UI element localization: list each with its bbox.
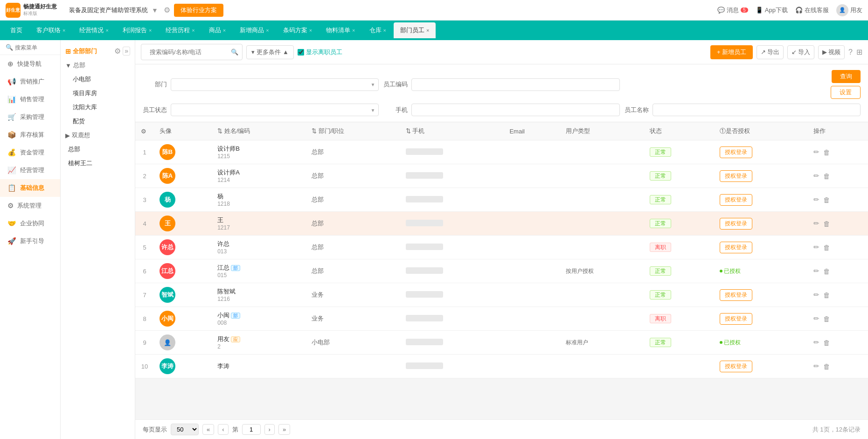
nav-add-goods[interactable]: 新增商品 × (233, 22, 275, 38)
delete-icon[interactable]: 🗑 (823, 148, 830, 156)
first-page-button[interactable]: « (202, 424, 214, 435)
nav-dept-staff[interactable]: 部门员工 × (394, 22, 436, 38)
th-name[interactable]: ⇅ 姓名/编码 (212, 122, 306, 140)
dept-collapse-btn[interactable]: » (123, 47, 130, 56)
settings-icon[interactable]: ⚙ (164, 6, 170, 14)
edit-icon[interactable]: ✏ (813, 172, 819, 180)
nav-customer-close[interactable]: × (62, 28, 65, 33)
nav-dept-staff-close[interactable]: × (426, 28, 429, 33)
empstatus-select[interactable] (171, 104, 379, 116)
import-button[interactable]: ↙ 导入 (787, 45, 814, 59)
auth-login-button[interactable]: 授权登录 (720, 361, 752, 372)
sidebar-item-finance[interactable]: 💰 资金管理 (0, 144, 60, 161)
nav-warehouse-close[interactable]: × (383, 28, 386, 33)
nav-barcode[interactable]: 条码方案 × (277, 22, 319, 38)
cell-auth[interactable]: 授权登录 (714, 283, 808, 307)
dept-item-zhishu[interactable]: 植树王二 (61, 156, 135, 170)
nav-history-close[interactable]: × (192, 28, 194, 33)
nav-bom-close[interactable]: × (352, 28, 355, 33)
more-filters-button[interactable]: ▾ 更多条件 ▲ (246, 45, 294, 59)
message-button[interactable]: 💬 消息 5 (717, 6, 748, 14)
edit-icon[interactable]: ✏ (813, 148, 819, 156)
per-page-select[interactable]: 50 100 (171, 424, 199, 435)
dept-item-xiangmu[interactable]: 项目库房 (61, 86, 135, 100)
phone-input[interactable] (411, 104, 619, 116)
nav-warehouse[interactable]: 仓库 × (363, 22, 393, 38)
nav-operation-close[interactable]: × (105, 28, 108, 33)
edit-icon[interactable]: ✏ (813, 219, 819, 228)
cell-auth[interactable]: 授权登录 (714, 188, 808, 212)
nav-barcode-close[interactable]: × (309, 28, 312, 33)
sidebar-item-guide[interactable]: 🚀 新手引导 (0, 232, 60, 250)
nav-goods[interactable]: 商品 × (202, 22, 232, 38)
delete-icon[interactable]: 🗑 (823, 315, 830, 323)
sidebar-item-purchase[interactable]: 🛒 采购管理 (0, 108, 60, 126)
delete-icon[interactable]: 🗑 (823, 220, 830, 228)
table-settings-icon[interactable]: ⊞ (856, 48, 862, 56)
delete-icon[interactable]: 🗑 (823, 339, 830, 347)
sidebar-item-marketing[interactable]: 📢 营销推广 (0, 73, 60, 91)
search-icon-btn[interactable]: 🔍 (231, 49, 238, 56)
cell-auth[interactable]: 授权登录 (714, 164, 808, 188)
page-input[interactable] (242, 424, 261, 435)
all-dept-label[interactable]: ⊞ 全部部门 (65, 47, 97, 56)
dept-item-zongbu2[interactable]: 总部 (61, 142, 135, 156)
dept-settings-icon[interactable]: ⚙ (114, 47, 121, 56)
prev-page-button[interactable]: ‹ (218, 424, 228, 435)
dept-group-shuanglu[interactable]: ▶ 双鹿想 (61, 128, 135, 142)
nav-goods-close[interactable]: × (223, 28, 226, 33)
th-settings[interactable]: ⚙ (135, 122, 154, 140)
sidebar-item-quicknav[interactable]: ⊕ 快捷导航 (0, 55, 60, 73)
nav-operation[interactable]: 经营情况 × (73, 22, 115, 38)
sidebar-item-sysmanage[interactable]: ⚙ 系统管理 (0, 197, 60, 215)
th-dept[interactable]: ⇅ 部门/职位 (306, 122, 400, 140)
nav-profit[interactable]: 利润报告 × (116, 22, 158, 38)
cell-auth[interactable]: 授权登录 (714, 140, 808, 164)
auth-login-button[interactable]: 授权登录 (720, 170, 752, 182)
app-download-button[interactable]: 📱 App下载 (756, 6, 788, 14)
sidebar-item-sales[interactable]: 📊 销售管理 (0, 91, 60, 108)
show-resigned-checkbox[interactable] (298, 49, 304, 56)
view-button[interactable]: ▶ 视频 (818, 45, 845, 59)
cell-auth[interactable]: 授权登录 (714, 212, 808, 236)
nav-home[interactable]: 首页 (4, 22, 29, 38)
dept-select[interactable] (171, 78, 379, 91)
nav-bom[interactable]: 物料清单 × (319, 22, 361, 38)
query-button[interactable]: 查询 (832, 70, 861, 83)
dept-item-peihuo[interactable]: 配货 (61, 114, 135, 128)
delete-icon[interactable]: 🗑 (823, 267, 830, 275)
cell-auth[interactable]: 授权登录 (714, 236, 808, 259)
nav-add-goods-close[interactable]: × (266, 28, 269, 33)
edit-icon[interactable]: ✏ (813, 314, 819, 323)
auth-login-button[interactable]: 授权登录 (720, 218, 752, 230)
cell-auth[interactable]: 授权登录 (714, 355, 808, 378)
edit-icon[interactable]: ✏ (813, 338, 819, 347)
dept-item-xiaodian[interactable]: 小电部 (61, 72, 135, 86)
dept-group-zongbu[interactable]: ▼ 总部 (61, 58, 135, 72)
export-button[interactable]: ↗ 导出 (757, 45, 784, 59)
cell-auth[interactable]: 已授权 (714, 331, 808, 355)
auth-login-button[interactable]: 授权登录 (720, 313, 752, 325)
cell-auth[interactable]: 授权登录 (714, 307, 808, 331)
empcode-input[interactable] (411, 78, 619, 91)
dept-item-shenyang[interactable]: 沈阳大库 (61, 100, 135, 114)
edit-icon[interactable]: ✏ (813, 267, 819, 275)
auth-login-button[interactable]: 授权登录 (720, 289, 752, 301)
nav-profit-close[interactable]: × (149, 28, 152, 33)
add-employee-button[interactable]: + 新增员工 (710, 45, 753, 59)
delete-icon[interactable]: 🗑 (823, 362, 830, 370)
next-page-button[interactable]: › (264, 424, 275, 435)
help-icon[interactable]: ? (848, 48, 853, 56)
delete-icon[interactable]: 🗑 (823, 196, 830, 204)
trial-button[interactable]: 体验行业方案 (174, 4, 223, 17)
edit-icon[interactable]: ✏ (813, 195, 819, 204)
online-service-button[interactable]: 🎧 在线客服 (795, 6, 829, 14)
nav-customer[interactable]: 客户联络 × (30, 22, 72, 38)
edit-icon[interactable]: ✏ (813, 243, 819, 251)
search-input[interactable] (145, 46, 229, 58)
th-phone[interactable]: ⇅ 手机 (400, 122, 504, 140)
edit-icon[interactable]: ✏ (813, 291, 819, 299)
last-page-button[interactable]: » (278, 424, 290, 435)
system-dropdown-icon[interactable]: ▼ (152, 7, 158, 14)
edit-icon[interactable]: ✏ (813, 362, 819, 370)
